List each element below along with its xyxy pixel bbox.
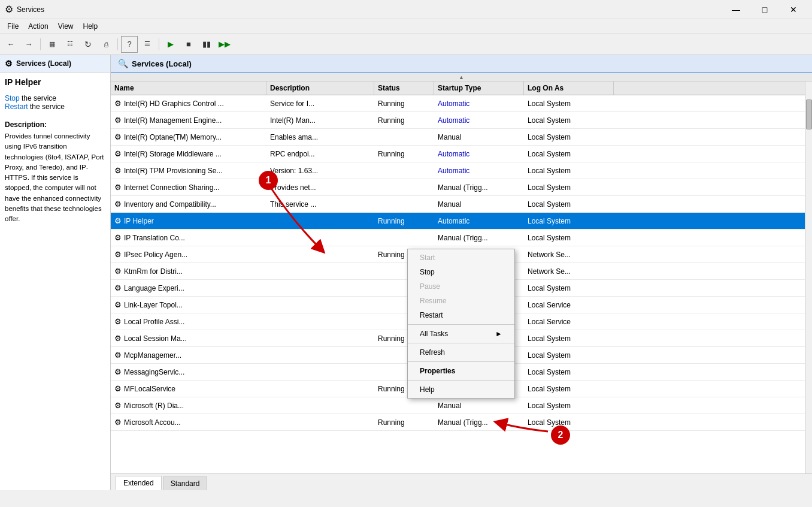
ctx-resume[interactable]: Resume	[408, 294, 514, 308]
service-description: Provides tunnel connectivity using IPv6 …	[5, 131, 105, 224]
row-startup: Manual	[434, 132, 524, 143]
row-status	[374, 237, 434, 239]
properties-button[interactable]: ☰	[139, 36, 156, 53]
row-name: ⚙McpManagemer...	[111, 349, 266, 361]
row-desc	[266, 371, 374, 373]
ctx-properties[interactable]: Properties	[408, 364, 514, 378]
row-logon: Local System	[524, 165, 614, 176]
table-header: Name Description Status Startup Type Log…	[111, 82, 805, 95]
left-panel-header: ⚙ Services (Local)	[0, 55, 110, 73]
col-header-desc[interactable]: Description	[266, 82, 374, 95]
row-startup: Manual (Trigg...	[434, 182, 524, 193]
row-name: ⚙Internet Connection Sharing...	[111, 182, 266, 193]
refresh-button[interactable]: ↻	[80, 36, 96, 53]
table-row[interactable]: ⚙Intel(R) Management Engine...Intel(R) M…	[111, 112, 805, 129]
table-row[interactable]: ⚙Intel(R) TPM Provisioning Se...Version:…	[111, 162, 805, 179]
menu-view[interactable]: View	[53, 21, 78, 32]
menu-bar: File Action View Help	[0, 19, 812, 34]
sort-arrow: ▲	[459, 74, 464, 80]
tab-extended[interactable]: Extended	[116, 476, 162, 490]
row-desc	[266, 354, 374, 357]
list-view-button[interactable]: ☷	[62, 36, 78, 53]
menu-action[interactable]: Action	[23, 21, 53, 32]
table-row[interactable]: ⚙Intel(R) Optane(TM) Memory...Enables am…	[111, 129, 805, 146]
row-startup: Automatic	[434, 115, 524, 126]
row-name: ⚙IPsec Policy Agen...	[111, 249, 266, 260]
row-desc	[266, 304, 374, 306]
tab-standard[interactable]: Standard	[163, 476, 208, 490]
forward-button[interactable]: →	[20, 36, 37, 53]
pause-button[interactable]: ▮▮	[198, 36, 215, 53]
row-startup: Automatic	[434, 149, 524, 159]
ctx-stop[interactable]: Stop	[408, 265, 514, 279]
resume-button[interactable]: ▶▶	[216, 36, 233, 53]
table-row[interactable]: ⚙Microsoft Accou...RunningManual (Trigg.…	[111, 414, 805, 431]
col-header-status[interactable]: Status	[374, 82, 434, 95]
export-button[interactable]: ⎙	[98, 36, 114, 53]
row-status: Running	[374, 216, 434, 227]
row-logon: Local System	[524, 367, 614, 378]
description-label: Description:	[5, 120, 105, 129]
row-name: ⚙Language Experi...	[111, 282, 266, 294]
col-header-startup[interactable]: Startup Type	[434, 82, 524, 95]
ctx-sep-4	[408, 380, 514, 381]
table-row[interactable]: ⚙Internet Connection Sharing...Provides …	[111, 179, 805, 196]
ctx-all-tasks[interactable]: All Tasks ►	[408, 327, 514, 341]
ctx-start[interactable]: Start	[408, 251, 514, 265]
scrollbar-track[interactable]	[805, 82, 812, 473]
row-desc	[266, 270, 374, 273]
show-console-button[interactable]: ▦	[44, 36, 60, 53]
col-header-logon[interactable]: Log On As	[524, 82, 614, 95]
row-desc: Intel(R) Man...	[266, 115, 374, 126]
row-logon: Local System	[524, 199, 614, 210]
ctx-sep-1	[408, 324, 514, 325]
play-button[interactable]: ▶	[162, 36, 179, 53]
ctx-refresh[interactable]: Refresh	[408, 345, 514, 360]
maximize-button[interactable]: □	[751, 0, 778, 19]
stop-service-link[interactable]: Stop	[5, 94, 20, 102]
row-startup: Automatic	[434, 165, 524, 176]
row-name: ⚙Local Profile Assi...	[111, 316, 266, 327]
table-row[interactable]: ⚙Microsoft (R) Dia...ManualLocal System	[111, 397, 805, 414]
toolbar-sep-3	[159, 38, 159, 50]
row-name: ⚙Intel(R) Management Engine...	[111, 114, 266, 126]
scrollbar-thumb[interactable]	[806, 99, 812, 129]
row-logon: Local System	[524, 417, 614, 428]
ctx-all-tasks-arrow: ►	[495, 330, 502, 338]
row-logon: Local Service	[524, 300, 614, 310]
stop-suffix: the service	[20, 94, 56, 102]
stop-toolbar-button[interactable]: ■	[180, 36, 197, 53]
back-button[interactable]: ←	[2, 36, 19, 53]
close-button[interactable]: ✕	[780, 0, 807, 19]
row-name: ⚙Local Session Ma...	[111, 333, 266, 344]
row-name: ⚙Microsoft Accou...	[111, 417, 266, 428]
help-button[interactable]: ?	[121, 36, 138, 53]
ctx-restart[interactable]: Restart	[408, 308, 514, 322]
menu-help[interactable]: Help	[78, 21, 103, 32]
ctx-help[interactable]: Help	[408, 382, 514, 397]
table-row[interactable]: ⚙Intel(R) HD Graphics Control ...Service…	[111, 95, 805, 112]
col-header-name[interactable]: Name	[111, 82, 266, 95]
row-startup: Manual	[434, 199, 524, 210]
right-panel-header: 🔍 Services (Local)	[111, 55, 812, 73]
table-row[interactable]: ⚙Inventory and Compatibility...This serv…	[111, 196, 805, 213]
table-row[interactable]: ⚙Intel(R) Storage Middleware ...RPC endp…	[111, 146, 805, 162]
row-logon: Local System	[524, 182, 614, 193]
row-name: ⚙IP Translation Co...	[111, 232, 266, 243]
row-startup: Manual	[434, 400, 524, 411]
ctx-pause[interactable]: Pause	[408, 279, 514, 294]
row-desc	[266, 254, 374, 256]
row-status	[374, 203, 434, 206]
restart-service-link[interactable]: Restart	[5, 102, 28, 111]
row-desc	[266, 287, 374, 289]
table-row[interactable]: ⚙IP HelperRunningAutomaticLocal System	[111, 213, 805, 230]
menu-file[interactable]: File	[2, 21, 23, 32]
row-name: ⚙MessagingServic...	[111, 366, 266, 378]
minimize-button[interactable]: —	[722, 0, 750, 19]
row-status	[374, 186, 434, 189]
row-logon: Local System	[524, 149, 614, 159]
row-desc	[266, 337, 374, 340]
toolbar-sep-2	[117, 38, 118, 50]
table-row[interactable]: ⚙IP Translation Co...Manual (Trigg...Loc…	[111, 230, 805, 246]
row-desc	[266, 388, 374, 390]
